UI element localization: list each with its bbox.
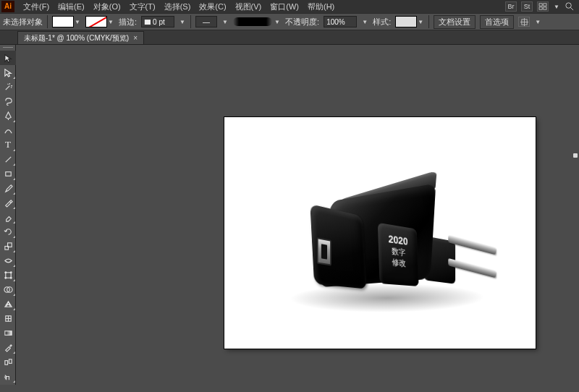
no-selection-label: 未选择对象 xyxy=(3,17,43,27)
vertical-scrollbar[interactable] xyxy=(572,45,579,385)
menu-help[interactable]: 帮助(H) xyxy=(303,1,339,12)
stepper-icon: ⯀ xyxy=(144,18,151,26)
menu-window[interactable]: 窗口(W) xyxy=(266,1,303,12)
style-label: 样式: xyxy=(373,17,391,27)
svg-point-4 xyxy=(566,2,571,7)
svg-rect-3 xyxy=(544,7,546,9)
pen-tool[interactable] xyxy=(0,108,16,123)
usb-port-icon xyxy=(317,237,331,265)
paintbrush-tool[interactable] xyxy=(0,181,16,195)
chevron-down-icon[interactable]: ▼ xyxy=(534,17,541,27)
width-tool[interactable] xyxy=(0,253,16,268)
svg-point-15 xyxy=(10,271,12,273)
document-tab-bar: 未标题-1* @ 100% (CMYK/预览) × xyxy=(0,30,579,45)
svg-line-5 xyxy=(570,7,573,10)
menu-object[interactable]: 对象(O) xyxy=(89,1,125,12)
arrange-documents-button[interactable] xyxy=(537,1,549,12)
curvature-tool[interactable] xyxy=(0,123,16,137)
type-tool[interactable]: T xyxy=(0,137,16,152)
toolbox: T ◧ ◨ ⦸ ▭ xyxy=(0,45,16,392)
direct-selection-tool[interactable] xyxy=(0,65,16,80)
separator xyxy=(47,15,48,28)
brush-definition[interactable]: ▼ xyxy=(233,17,281,27)
graphic-style-swatch[interactable]: ▼ xyxy=(395,16,424,27)
svg-rect-23 xyxy=(4,331,11,335)
free-transform-tool[interactable] xyxy=(0,268,16,282)
opacity-field[interactable]: 100% xyxy=(324,16,357,27)
variable-width-profile[interactable]: — xyxy=(195,16,217,27)
chevron-down-icon[interactable]: ▼ xyxy=(179,17,186,27)
fill-swatch[interactable]: ▼ xyxy=(52,16,81,27)
menu-file[interactable]: 文件(F) xyxy=(19,1,54,12)
stroke-swatch[interactable]: ▼ xyxy=(85,16,114,27)
svg-rect-24 xyxy=(4,360,7,365)
gradient-tool[interactable] xyxy=(0,325,16,340)
bottom-strip xyxy=(0,385,579,392)
charger-label-panel: 2020 数字 修改 xyxy=(378,223,419,286)
separator xyxy=(428,15,429,28)
document-setup-button[interactable]: 文档设置 xyxy=(434,15,476,29)
chevron-down-icon: ▼ xyxy=(107,17,114,27)
canvas-area[interactable]: 2020 数字 修改 xyxy=(16,45,572,385)
menu-effect[interactable]: 效果(C) xyxy=(195,1,230,12)
svg-rect-25 xyxy=(9,359,12,363)
rectangle-tool[interactable] xyxy=(0,166,16,181)
mesh-tool[interactable] xyxy=(0,311,16,325)
opacity-value: 100% xyxy=(326,18,345,26)
close-tab-button[interactable]: × xyxy=(133,34,138,42)
document-tab-title: 未标题-1* @ 100% (CMYK/预览) xyxy=(24,33,129,43)
shape-builder-tool[interactable] xyxy=(0,282,16,297)
svg-rect-1 xyxy=(544,4,546,6)
line-segment-tool[interactable] xyxy=(0,152,16,166)
search-button[interactable] xyxy=(565,1,575,12)
stroke-weight-label: 描边: xyxy=(119,17,137,27)
menu-view[interactable]: 视图(V) xyxy=(231,1,266,12)
separator xyxy=(190,15,191,28)
scale-tool[interactable] xyxy=(0,239,16,253)
charger-prong xyxy=(448,235,496,255)
chevron-down-icon[interactable]: ▼ xyxy=(361,17,368,27)
chevron-down-icon: ▼ xyxy=(417,17,424,27)
chevron-down-icon: ▼ xyxy=(74,17,81,27)
eyedropper-tool[interactable] xyxy=(0,340,16,354)
stroke-weight-field[interactable]: ⯀ 0 pt xyxy=(141,16,174,27)
menu-type[interactable]: 文字(T) xyxy=(125,1,160,12)
artboard[interactable]: 2020 数字 修改 xyxy=(224,117,536,349)
drop-shadow xyxy=(284,284,491,312)
app-logo: Ai xyxy=(1,1,14,12)
svg-rect-2 xyxy=(539,7,542,9)
svg-point-16 xyxy=(4,277,6,278)
chevron-down-icon: ▼ xyxy=(553,1,560,12)
eraser-tool[interactable] xyxy=(0,210,16,224)
scrollbar-thumb[interactable] xyxy=(573,153,578,158)
svg-line-9 xyxy=(5,156,10,161)
blend-tool[interactable] xyxy=(0,354,16,369)
selection-tool[interactable] xyxy=(0,51,16,65)
preferences-button[interactable]: 首选项 xyxy=(480,15,514,29)
toolbox-grip[interactable] xyxy=(0,45,15,51)
placed-image[interactable]: 2020 数字 修改 xyxy=(268,175,499,320)
rotate-tool[interactable] xyxy=(0,224,16,239)
search-icon xyxy=(565,1,574,11)
svg-rect-0 xyxy=(539,4,542,6)
brush-preview-icon xyxy=(233,17,272,26)
svg-rect-10 xyxy=(5,171,10,176)
symbol-sprayer-tool[interactable] xyxy=(0,369,16,383)
chevron-down-icon[interactable]: ▼ xyxy=(221,17,229,27)
bridge-button[interactable]: Br xyxy=(505,1,517,12)
stroke-weight-value: 0 pt xyxy=(153,18,165,26)
svg-point-14 xyxy=(4,271,6,273)
pencil-tool[interactable] xyxy=(0,195,16,210)
document-tab[interactable]: 未标题-1* @ 100% (CMYK/预览) × xyxy=(17,31,144,44)
lasso-tool[interactable] xyxy=(0,94,16,108)
crosshair-icon xyxy=(520,18,528,26)
stock-button[interactable]: St xyxy=(521,1,533,12)
chevron-down-icon: ▼ xyxy=(274,17,281,27)
magic-wand-tool[interactable] xyxy=(0,80,16,94)
menu-bar: Ai 文件(F) 编辑(E) 对象(O) 文字(T) 选择(S) 效果(C) 视… xyxy=(0,0,579,13)
menu-select[interactable]: 选择(S) xyxy=(160,1,195,12)
menu-edit[interactable]: 编辑(E) xyxy=(54,1,89,12)
perspective-grid-tool[interactable] xyxy=(0,297,16,311)
svg-rect-13 xyxy=(5,272,10,277)
transform-panel-button[interactable] xyxy=(518,17,530,27)
